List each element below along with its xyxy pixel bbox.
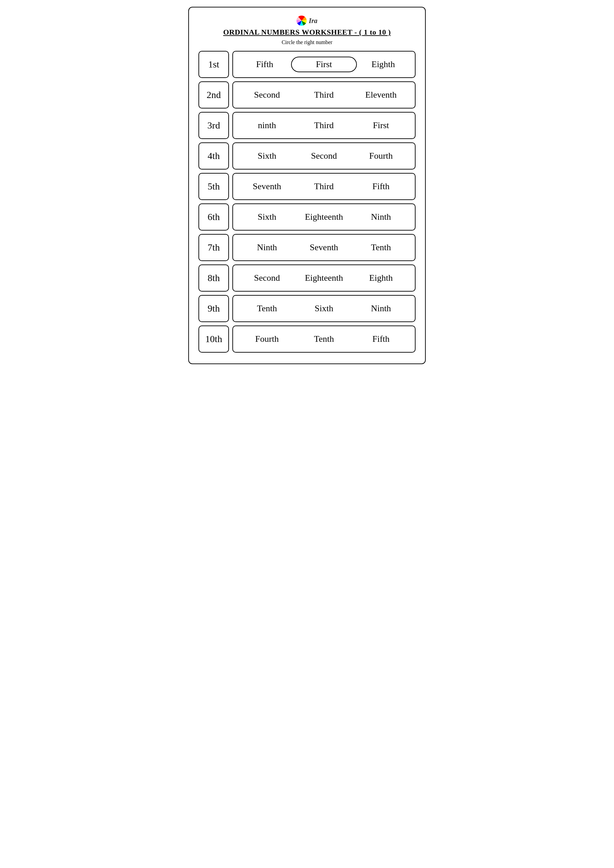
choice-option[interactable]: Second: [238, 90, 295, 100]
choice-option[interactable]: Ninth: [238, 242, 295, 253]
worksheet-row: 2ndSecondThirdEleventh: [199, 81, 415, 108]
choices-box: TenthSixthNinth: [232, 295, 415, 322]
choice-option[interactable]: Third: [295, 90, 353, 100]
choice-option[interactable]: Eighteenth: [295, 212, 353, 222]
ordinal-label: 2nd: [199, 81, 229, 108]
choice-option[interactable]: Tenth: [295, 334, 353, 344]
worksheet-row: 6thSixthEighteenthNinth: [199, 203, 415, 231]
choice-option[interactable]: Sixth: [238, 212, 295, 222]
choice-option[interactable]: First: [291, 57, 357, 72]
choices-box: SixthEighteenthNinth: [232, 203, 415, 231]
choice-option[interactable]: ninth: [238, 120, 295, 130]
choice-option[interactable]: Seventh: [238, 181, 295, 192]
choice-option[interactable]: Fourth: [238, 334, 295, 344]
choice-option[interactable]: Sixth: [238, 151, 295, 161]
choice-option[interactable]: Eighth: [353, 273, 409, 283]
worksheet-row: 9thTenthSixthNinth: [199, 295, 415, 322]
choice-option[interactable]: Second: [238, 273, 295, 283]
worksheet-row: 5thSeventhThirdFifth: [199, 173, 415, 200]
subtitle: Circle the right number: [281, 39, 333, 45]
ordinal-label: 1st: [199, 51, 229, 78]
choices-box: SecondThirdEleventh: [232, 81, 415, 108]
choices-box: SecondEighteenthEighth: [232, 265, 415, 291]
worksheet-row: 8thSecondEighteenthEighth: [199, 265, 415, 291]
choices-box: ninthThirdFirst: [232, 112, 415, 139]
ordinal-label: 9th: [199, 295, 229, 322]
main-title: ORDINAL NUMBERS WORKSHEET - ( 1 to 10 ): [223, 28, 391, 37]
page: Ira ORDINAL NUMBERS WORKSHEET - ( 1 to 1…: [188, 7, 426, 364]
choice-option[interactable]: Sixth: [295, 304, 353, 314]
ordinal-label: 8th: [199, 265, 229, 291]
choice-option[interactable]: Seventh: [295, 242, 353, 253]
worksheet-row: 3rdninthThirdFirst: [199, 112, 415, 139]
worksheet-row: 10thFourthTenthFifth: [199, 326, 415, 353]
choice-option[interactable]: Tenth: [238, 304, 295, 314]
choices-box: SixthSecondFourth: [232, 143, 415, 169]
choice-option[interactable]: Ninth: [353, 212, 409, 222]
choices-box: FifthFirstEighth: [232, 51, 415, 78]
worksheet-row: 1stFifthFirstEighth: [199, 51, 415, 78]
choice-option[interactable]: Third: [295, 181, 353, 192]
logo-icon: [297, 16, 307, 26]
choice-option[interactable]: Fifth: [353, 334, 409, 344]
choice-option[interactable]: Fifth: [353, 181, 409, 192]
logo-area: Ira: [297, 16, 317, 26]
worksheet-row: 4thSixthSecondFourth: [199, 143, 415, 169]
worksheet-grid: 1stFifthFirstEighth2ndSecondThirdElevent…: [199, 51, 415, 353]
ordinal-label: 4th: [199, 143, 229, 169]
choice-option[interactable]: Tenth: [353, 242, 409, 253]
ordinal-label: 7th: [199, 234, 229, 261]
ordinal-label: 10th: [199, 326, 229, 353]
choice-option[interactable]: Second: [295, 151, 353, 161]
worksheet-row: 7thNinthSeventhTenth: [199, 234, 415, 261]
ordinal-label: 6th: [199, 203, 229, 231]
choice-option[interactable]: Eighth: [357, 59, 409, 70]
choices-box: SeventhThirdFifth: [232, 173, 415, 200]
choice-option[interactable]: Ninth: [353, 304, 409, 314]
choices-box: FourthTenthFifth: [232, 326, 415, 353]
logo-text: Ira: [309, 17, 317, 25]
header: Ira ORDINAL NUMBERS WORKSHEET - ( 1 to 1…: [199, 16, 415, 45]
choice-option[interactable]: Eleventh: [353, 90, 409, 100]
ordinal-label: 3rd: [199, 112, 229, 139]
ordinal-label: 5th: [199, 173, 229, 200]
choice-option[interactable]: Eighteenth: [295, 273, 353, 283]
choices-box: NinthSeventhTenth: [232, 234, 415, 261]
choice-option[interactable]: Fourth: [353, 151, 409, 161]
choice-option[interactable]: First: [353, 120, 409, 130]
choice-option[interactable]: Fifth: [238, 59, 291, 70]
choice-option[interactable]: Third: [295, 120, 353, 130]
